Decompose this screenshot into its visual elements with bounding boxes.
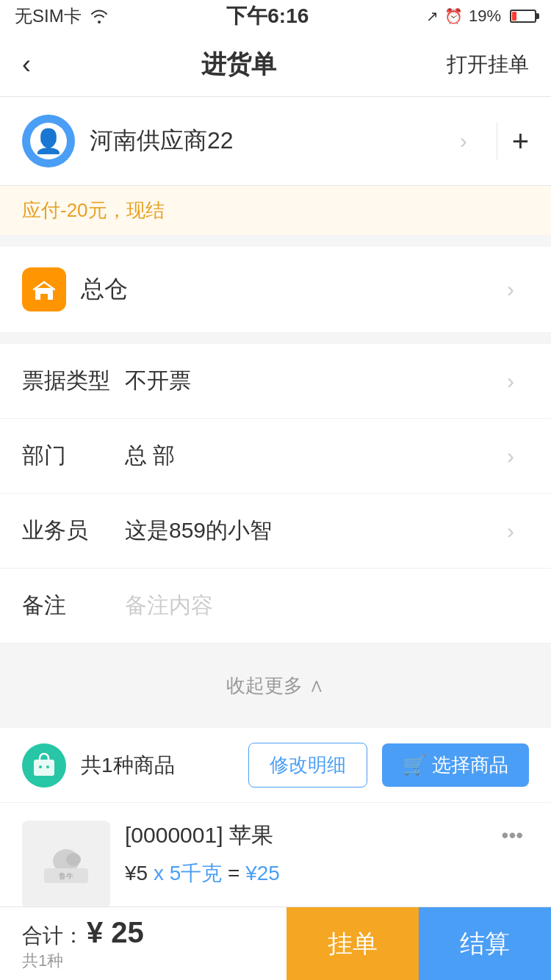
product-icon (22, 743, 66, 788)
product-more-button[interactable]: ••• (496, 821, 529, 850)
warehouse-row[interactable]: 总仓 › (0, 247, 551, 332)
svg-text:鲁牛: 鲁牛 (59, 872, 73, 880)
products-section: 共1种商品 修改明细 🛒 选择商品 鲁牛 [0000001] 苹果 (0, 728, 551, 926)
total-section: 合计： ¥ 25 共1种 (0, 907, 287, 980)
select-product-button[interactable]: 🛒 选择商品 (382, 743, 529, 787)
add-button[interactable]: + (512, 125, 529, 158)
supplier-alert: 应付-20元，现结 (0, 186, 551, 235)
total-amount: ¥ 25 (87, 916, 144, 949)
status-bar: 无SIM卡 下午6:16 ↗ ⏰ 19% (0, 0, 551, 32)
warehouse-chevron-icon: › (507, 277, 514, 302)
back-button[interactable]: ‹ (22, 49, 31, 80)
location-icon: ↗ (426, 7, 439, 25)
person-icon: 👤 (34, 127, 63, 155)
chevron-right-icon: › (460, 129, 467, 154)
carrier-text: 无SIM卡 (15, 4, 82, 28)
remark-placeholder[interactable]: 备注内容 (125, 591, 529, 621)
bottom-bar: 合计： ¥ 25 共1种 挂单 结算 (0, 907, 551, 980)
svg-rect-1 (40, 294, 48, 300)
cart-icon: 🛒 (403, 754, 426, 777)
collapse-row[interactable]: 收起更多 ∧ (0, 655, 551, 716)
salesperson-row[interactable]: 业务员 这是859的小智 › (0, 494, 551, 569)
svg-point-3 (39, 765, 42, 768)
warehouse-name: 总仓 (81, 273, 507, 306)
page-title: 进货单 (201, 48, 276, 82)
divider (497, 123, 497, 159)
wifi-icon (89, 9, 109, 24)
status-right: ↗ ⏰ 19% (426, 7, 536, 26)
salesperson-chevron-icon: › (507, 519, 514, 544)
salesperson-label: 业务员 (22, 516, 125, 546)
dept-row[interactable]: 部门 总 部 › (0, 419, 551, 494)
hang-button[interactable]: 挂单 (287, 907, 419, 980)
battery-icon (510, 10, 536, 23)
form-section: 票据类型 不开票 › 部门 总 部 › 业务员 这是859的小智 › 备注 备注… (0, 344, 551, 644)
dept-label: 部门 (22, 441, 125, 471)
warehouse-icon (22, 267, 66, 311)
total-label: 合计： (22, 922, 84, 950)
remark-row[interactable]: 备注 备注内容 (0, 569, 551, 644)
status-time: 下午6:16 (226, 2, 309, 30)
status-left: 无SIM卡 (15, 4, 109, 28)
dept-value: 总 部 (125, 441, 507, 471)
product-price: ¥5 x 5千克 = ¥25 (125, 860, 481, 887)
product-header: 共1种商品 修改明细 🛒 选择商品 (0, 728, 551, 803)
invoice-value: 不开票 (125, 366, 507, 396)
settle-button[interactable]: 结算 (419, 907, 551, 980)
svg-rect-2 (34, 760, 54, 776)
salesperson-value: 这是859的小智 (125, 516, 507, 546)
warehouse-section: 总仓 › (0, 247, 551, 332)
invoice-row[interactable]: 票据类型 不开票 › (0, 344, 551, 419)
product-count: 共1种商品 (81, 752, 234, 779)
supplier-section: 👤 河南供应商22 › + 应付-20元，现结 (0, 97, 551, 235)
supplier-row[interactable]: 👤 河南供应商22 › + (0, 97, 551, 186)
product-name: [0000001] 苹果 (125, 821, 481, 851)
remark-label: 备注 (22, 591, 125, 621)
svg-point-6 (66, 853, 81, 866)
collapse-label: 收起更多 ∧ (226, 673, 324, 699)
edit-detail-button[interactable]: 修改明细 (248, 743, 367, 788)
svg-point-4 (46, 765, 49, 768)
product-info: [0000001] 苹果 ¥5 x 5千克 = ¥25 (125, 821, 481, 887)
product-thumbnail: 鲁牛 (22, 821, 110, 909)
supplier-avatar: 👤 (22, 115, 75, 167)
main-content: 👤 河南供应商22 › + 应付-20元，现结 总仓 › 票据 (0, 97, 551, 980)
supplier-name: 河南供应商22 (90, 125, 460, 157)
open-hang-button[interactable]: 打开挂单 (447, 51, 529, 79)
invoice-label: 票据类型 (22, 366, 125, 396)
nav-bar: ‹ 进货单 打开挂单 (0, 32, 551, 97)
dept-chevron-icon: › (507, 444, 514, 469)
total-count: 共1种 (22, 950, 264, 972)
invoice-chevron-icon: › (507, 369, 514, 394)
battery-text: 19% (469, 7, 501, 26)
alarm-icon: ⏰ (444, 7, 463, 25)
